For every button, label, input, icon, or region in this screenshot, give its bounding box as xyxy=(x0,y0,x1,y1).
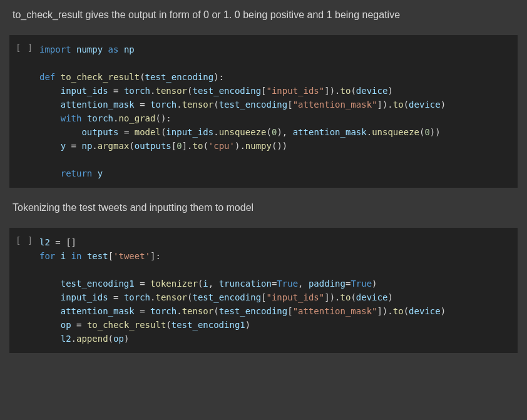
keyword-in: in xyxy=(71,251,82,261)
identifier: l2 xyxy=(39,237,50,247)
string-literal: 'tweet' xyxy=(113,251,150,261)
code-cell-2-gutter[interactable]: [ ] xyxy=(9,228,39,253)
string-literal: "attention_mask" xyxy=(293,100,377,110)
text-cell-2: Tokenizing the test tweets and inputting… xyxy=(0,193,527,223)
string-literal: 'cpu' xyxy=(208,141,235,151)
function-call: tensor xyxy=(182,100,214,110)
function-call: argmax xyxy=(98,141,130,151)
text-cell-1: to_check_result gives the output in form… xyxy=(0,0,527,30)
identifier: input_ids xyxy=(61,292,108,302)
identifier: test_encoding1 xyxy=(171,320,245,330)
function-call: no_grad xyxy=(118,113,155,123)
identifier: input_ids xyxy=(61,86,108,96)
string-literal: "input_ids" xyxy=(267,86,325,96)
string-literal: "attention_mask" xyxy=(293,306,377,316)
identifier: device xyxy=(356,292,388,302)
code-cell-1-code[interactable]: import numpy as np def to_check_result(t… xyxy=(39,35,518,188)
keyword-for: for xyxy=(39,251,55,261)
identifier: padding xyxy=(309,279,345,289)
identifier: torch xyxy=(150,100,177,110)
function-call: unsqueeze xyxy=(219,127,267,137)
identifier: np xyxy=(124,44,135,54)
identifier: device xyxy=(356,86,388,96)
boolean-literal: True xyxy=(350,279,372,289)
identifier: op xyxy=(113,334,124,344)
text-cell-2-content: Tokenizing the test tweets and inputting… xyxy=(13,202,253,213)
identifier: test xyxy=(87,251,108,261)
identifier: i xyxy=(203,279,208,289)
identifier: torch xyxy=(150,306,177,316)
identifier: test_encoding xyxy=(219,306,288,316)
identifier: numpy xyxy=(76,44,103,54)
identifier: test_encoding xyxy=(192,292,261,302)
identifier: torch xyxy=(87,113,113,123)
identifier: op xyxy=(61,320,71,330)
identifier: test_encoding xyxy=(219,100,288,110)
function-call: to xyxy=(193,141,203,151)
identifier: attention_mask xyxy=(61,100,135,110)
identifier: torch xyxy=(124,86,150,96)
number-literal: 0 xyxy=(177,141,182,151)
keyword-import: import xyxy=(39,44,71,54)
identifier: truncation xyxy=(219,279,272,289)
code-cell-2[interactable]: [ ] l2 = [] for i in test['tweet']: test… xyxy=(9,228,518,353)
identifier: input_ids xyxy=(166,127,213,137)
identifier: device xyxy=(409,100,441,110)
identifier: test_encoding xyxy=(192,86,261,96)
number-literal: 0 xyxy=(424,127,429,137)
code-cell-1[interactable]: [ ] import numpy as np def to_check_resu… xyxy=(9,35,518,188)
identifier: y xyxy=(98,168,103,178)
function-call: numpy xyxy=(245,141,272,151)
code-cell-2-code[interactable]: l2 = [] for i in test['tweet']: test_enc… xyxy=(39,228,518,353)
function-call: to xyxy=(340,86,351,96)
identifier: y xyxy=(61,141,66,151)
identifier: device xyxy=(409,306,441,316)
function-name: to_check_result xyxy=(61,72,140,82)
function-call: to_check_result xyxy=(87,320,166,330)
function-call: model xyxy=(135,127,161,137)
function-call: tokenizer xyxy=(150,279,198,289)
identifier: test_encoding1 xyxy=(61,279,135,289)
identifier: attention_mask xyxy=(293,127,367,137)
identifier: i xyxy=(61,251,66,261)
boolean-literal: True xyxy=(277,279,298,289)
keyword-with: with xyxy=(61,113,82,123)
text-cell-1-content: to_check_result gives the output in form… xyxy=(13,9,400,20)
code-cell-1-gutter[interactable]: [ ] xyxy=(9,35,39,60)
identifier: torch xyxy=(124,292,150,302)
function-call: to xyxy=(393,306,404,316)
string-literal: "input_ids" xyxy=(267,292,325,302)
identifier: test_encoding xyxy=(145,72,214,82)
keyword-as: as xyxy=(108,44,119,54)
function-call: tensor xyxy=(155,86,187,96)
identifier: l2 xyxy=(61,334,71,344)
function-call: tensor xyxy=(155,292,187,302)
function-call: to xyxy=(340,292,351,302)
identifier: outputs xyxy=(81,127,118,137)
keyword-return: return xyxy=(61,168,93,178)
function-call: tensor xyxy=(182,306,214,316)
function-call: append xyxy=(76,334,108,344)
identifier: attention_mask xyxy=(61,306,135,316)
identifier: np xyxy=(81,141,92,151)
identifier: outputs xyxy=(135,141,171,151)
function-call: to xyxy=(393,100,404,110)
function-call: unsqueeze xyxy=(372,127,419,137)
keyword-def: def xyxy=(39,72,55,82)
